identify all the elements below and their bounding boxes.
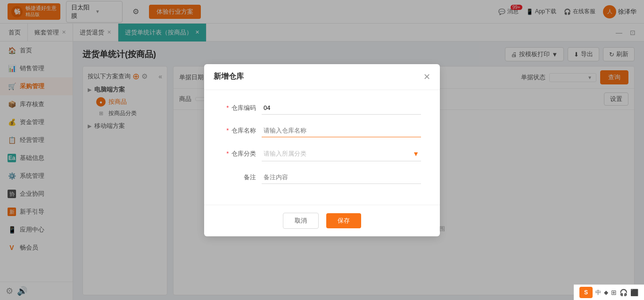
warehouse-category-select[interactable]: 请输入所属分类 ▼ bbox=[262, 147, 421, 161]
headset-status-icon[interactable]: 🎧 bbox=[619, 289, 627, 296]
save-button[interactable]: 保存 bbox=[326, 213, 361, 228]
category-required-mark: * bbox=[226, 150, 229, 157]
warehouse-name-input[interactable] bbox=[262, 124, 421, 137]
warehouse-name-row: * 仓库名称 bbox=[223, 124, 421, 137]
category-dropdown-arrow-icon: ▼ bbox=[413, 150, 419, 158]
modal-title: 新增仓库 bbox=[214, 72, 244, 82]
settings-status-icon[interactable]: ⬛ bbox=[630, 289, 638, 296]
category-placeholder: 请输入所属分类 bbox=[264, 150, 306, 158]
warehouse-code-input[interactable] bbox=[262, 101, 421, 115]
warehouse-code-row: * 仓库编码 bbox=[223, 101, 421, 115]
code-required-mark: * bbox=[226, 104, 229, 111]
name-label: * 仓库名称 bbox=[223, 126, 256, 135]
status-bar: S 中 ◆ ⊞ 🎧 ⬛ bbox=[574, 284, 644, 300]
cancel-button[interactable]: 取消 bbox=[283, 213, 319, 229]
warehouse-note-input[interactable] bbox=[262, 171, 421, 184]
modal-new-warehouse: 新增仓库 ✕ * 仓库编码 * 仓库名称 bbox=[204, 64, 440, 236]
modal-header: 新增仓库 ✕ bbox=[204, 64, 440, 90]
grid-icon[interactable]: ⊞ bbox=[611, 289, 617, 296]
modal-body: * 仓库编码 * 仓库名称 * 仓库分类 请输入所属 bbox=[204, 90, 440, 205]
s-logo-icon: S bbox=[579, 287, 593, 298]
dot-icon[interactable]: ◆ bbox=[604, 289, 608, 296]
category-label: * 仓库分类 bbox=[223, 150, 256, 158]
chinese-input-icon[interactable]: 中 bbox=[595, 289, 601, 297]
warehouse-note-row: 备注 bbox=[223, 171, 421, 184]
modal-footer: 取消 保存 bbox=[204, 205, 440, 236]
note-label: 备注 bbox=[223, 173, 256, 182]
code-label: * 仓库编码 bbox=[223, 104, 256, 112]
modal-close-button[interactable]: ✕ bbox=[423, 72, 430, 82]
name-required-mark: * bbox=[226, 127, 229, 134]
modal-overlay: 新增仓库 ✕ * 仓库编码 * 仓库名称 bbox=[0, 0, 644, 300]
warehouse-category-row: * 仓库分类 请输入所属分类 ▼ bbox=[223, 147, 421, 161]
